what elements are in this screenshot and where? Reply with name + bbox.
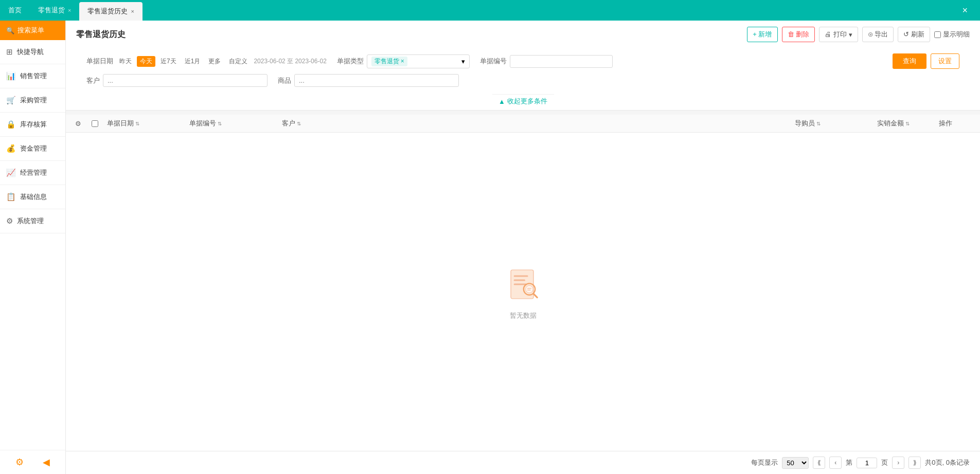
print-button[interactable]: 🖨 打印 ▾ [819,27,858,42]
table-container: ⚙ 单据日期 ⇅ 单据编号 ⇅ 客户 ⇅ 导购员 ⇅ [66,115,980,474]
collapse-arrow-icon: ▲ [498,98,505,105]
filter-group-goods: 商品 [278,74,459,87]
display-detail-checkbox[interactable] [934,31,941,38]
bill-date-label: 单据日期 [86,57,113,66]
sidebar-item-label: 资金管理 [20,144,47,153]
col-bill-date-label: 单据日期 [107,119,134,128]
export-button[interactable]: ⊙ 导出 [862,27,894,42]
window-close-btn[interactable]: × [958,5,972,16]
settings-bottom-icon[interactable]: ⚙ [15,457,24,468]
sidebar-item-system-mgmt[interactable]: ⚙ 系统管理 [0,209,65,233]
goods-input[interactable] [294,74,459,87]
per-page-select[interactable]: 50 10 20 100 [782,457,809,469]
page-next-btn[interactable]: › [892,457,904,469]
select-all-checkbox[interactable] [92,120,98,127]
filter-group-customer: 客户 [86,74,268,87]
basic-info-icon: 📋 [6,192,16,202]
sidebar-item-quick-nav[interactable]: ⊞ 快捷导航 [0,40,65,64]
tab-retail-return-history-close[interactable]: × [131,8,134,14]
col-amount-label: 实销金额 [877,119,904,128]
sidebar-item-label: 库存核算 [20,120,47,129]
page-word: 第 [846,458,852,467]
filter-group-bill-type: 单据类型 零售退货 × ▾ [337,54,470,68]
bill-number-input[interactable] [510,55,613,68]
sidebar-item-sales-mgmt[interactable]: 📊 销售管理 [0,64,65,88]
page-last-btn[interactable]: ⟫ [908,457,921,469]
query-button[interactable]: 查询 [893,53,926,69]
table-settings-icon[interactable]: ⚙ [70,116,86,132]
filter-settings-button[interactable]: 设置 [931,53,959,69]
print-dropdown-icon: ▾ [849,31,852,39]
main-layout: 🔍 搜索菜单 ⊞ 快捷导航 📊 销售管理 🛒 采购管理 🔒 库存核算 💰 资金管… [0,21,980,474]
date-btn-1month[interactable]: 近1月 [182,56,204,67]
bill-type-tag-close[interactable]: × [401,58,404,65]
pagination: 每页显示 50 10 20 100 ⟪ ‹ 第 页 › ⟫ 共0页, 0条记录 [66,451,980,474]
filter-area: 单据日期 昨天 今天 近7天 近1月 更多 自定义 2023-06-02 至 2… [76,48,970,110]
tab-home[interactable]: 首页 [0,0,30,21]
col-header-bill-number[interactable]: 单据编号 ⇅ [185,115,278,132]
col-header-amount[interactable]: 实销金额 ⇅ [873,115,935,132]
col-header-customer[interactable]: 客户 ⇅ [278,115,791,132]
svg-line-6 [533,294,537,297]
date-btn-custom[interactable]: 自定义 [226,56,251,67]
table-select-all[interactable] [86,116,103,131]
sidebar-item-basic-info[interactable]: 📋 基础信息 [0,185,65,209]
new-button[interactable]: + 新增 [747,27,777,42]
page-header: 零售退货历史 + 新增 🗑 删除 🖨 打印 ▾ ⊙ 导出 [66,21,980,111]
sidebar-bottom: ⚙ ◀ [0,450,65,474]
tab-retail-return-history-label: 零售退货历史 [87,7,128,16]
col-bill-number-label: 单据编号 [189,119,216,128]
svg-point-5 [525,285,532,293]
quick-nav-icon: ⊞ [6,47,13,57]
svg-rect-2 [513,279,525,281]
col-action-label: 操作 [939,119,952,128]
sort-bill-number-icon: ⇅ [218,121,222,126]
sort-bill-date-icon: ⇅ [135,121,139,126]
collapse-filter-button[interactable]: ▲ 收起更多条件 [492,94,554,108]
tab-retail-return-history[interactable]: 零售退货历史 × [79,2,142,21]
filter-group-bill-number: 单据编号 [480,55,613,68]
sidebar-search[interactable]: 🔍 搜索菜单 [0,21,65,40]
operations-icon: 📈 [6,168,16,177]
sort-guide-icon: ⇅ [816,121,821,126]
main-content: 零售退货历史 + 新增 🗑 删除 🖨 打印 ▾ ⊙ 导出 [66,21,980,474]
sort-amount-icon: ⇅ [905,121,910,126]
refresh-button[interactable]: ↺ 刷新 [898,27,930,42]
sidebar-item-inventory[interactable]: 🔒 库存核算 [0,113,65,137]
col-header-bill-date[interactable]: 单据日期 ⇅ [103,115,185,132]
sidebar-item-finance[interactable]: 💰 资金管理 [0,137,65,161]
date-btn-more[interactable]: 更多 [205,56,224,67]
page-prev-btn[interactable]: ‹ [829,457,842,469]
empty-state-label: 暂无数据 [510,311,537,320]
empty-state: 暂无数据 [66,133,980,451]
date-btn-yesterday[interactable]: 昨天 [116,56,135,67]
sidebar-item-label: 销售管理 [20,71,47,81]
col-header-guide[interactable]: 导购员 ⇅ [791,115,873,132]
date-btn-today[interactable]: 今天 [137,56,155,67]
table-header: ⚙ 单据日期 ⇅ 单据编号 ⇅ 客户 ⇅ 导购员 ⇅ [66,115,980,133]
sales-icon: 📊 [6,71,16,81]
delete-button[interactable]: 🗑 删除 [782,27,815,42]
finance-icon: 💰 [6,144,16,153]
filter-group-bill-date: 单据日期 昨天 今天 近7天 近1月 更多 自定义 2023-06-02 至 2… [86,56,327,67]
delete-button-label: 🗑 删除 [788,30,810,39]
bill-type-tag: 零售退货 × [371,57,407,66]
date-btn-7days[interactable]: 近7天 [157,56,180,67]
svg-rect-1 [513,275,528,277]
tab-retail-return[interactable]: 零售退货 × [30,0,79,21]
sidebar-item-label: 系统管理 [17,216,44,226]
sidebar-item-purchase-mgmt[interactable]: 🛒 采购管理 [0,88,65,113]
collapse-sidebar-icon[interactable]: ◀ [43,457,50,468]
page-first-btn[interactable]: ⟪ [813,457,825,469]
system-icon: ⚙ [6,216,13,226]
sidebar-item-operations[interactable]: 📈 经营管理 [0,161,65,185]
search-icon: 🔍 [6,27,14,34]
tab-retail-return-close[interactable]: × [68,7,71,13]
customer-input[interactable] [103,74,268,87]
sidebar: 🔍 搜索菜单 ⊞ 快捷导航 📊 销售管理 🛒 采购管理 🔒 库存核算 💰 资金管… [0,21,66,474]
page-number-input[interactable] [857,458,877,468]
purchase-icon: 🛒 [6,96,16,105]
tab-retail-return-label: 零售退货 [38,6,65,15]
page-label: 页 [881,458,888,467]
bill-type-select[interactable]: 零售退货 × ▾ [367,54,470,68]
